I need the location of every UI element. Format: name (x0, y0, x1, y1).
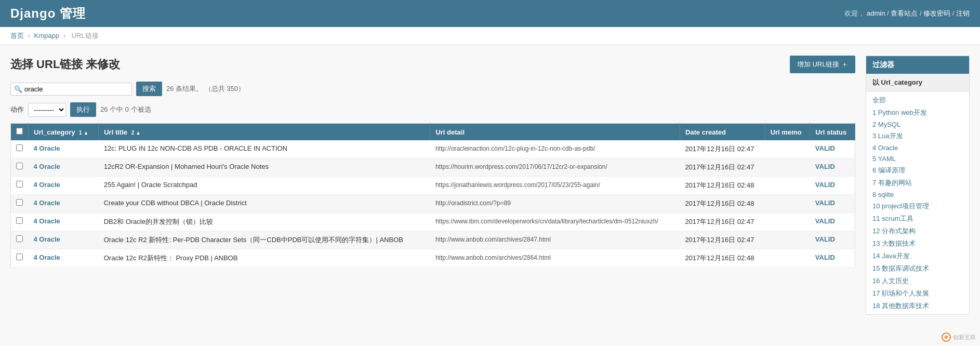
filter-link[interactable]: 18 其他数据库技术 (872, 302, 929, 310)
filter-list-item: 17 职场和个人发展 (866, 287, 969, 300)
filter-link[interactable]: 8 sqlite (872, 191, 894, 198)
url-detail-link[interactable]: http://www.anbob.com/archives/2864.html (435, 254, 551, 261)
row-url-category: 4 Oracle (29, 195, 99, 213)
row-checkbox[interactable] (11, 177, 29, 195)
filter-link[interactable]: 7 有趣的网站 (872, 179, 912, 187)
url-category-link[interactable]: 4 Oracle (34, 144, 60, 152)
row-url-category: 4 Oracle (29, 213, 99, 231)
filter-list-item: 13 大数据技术 (866, 237, 969, 250)
status-badge: VALID (815, 144, 835, 152)
filter-link[interactable]: 13 大数据技术 (872, 239, 916, 247)
filter-link[interactable]: 16 人文历史 (872, 277, 909, 285)
filter-link[interactable]: 12 分布式架构 (872, 227, 916, 235)
row-url-memo (765, 140, 810, 158)
header-date-created[interactable]: Date created (680, 124, 765, 141)
table-row: 4 Oracle 255 Again! | Oracle Scratchpad … (11, 177, 855, 195)
filter-link[interactable]: 15 数据库调试技术 (872, 264, 929, 272)
row-select-checkbox[interactable] (16, 199, 23, 206)
row-checkbox[interactable] (11, 213, 29, 231)
header-url-detail[interactable]: Url detail (430, 124, 680, 141)
filter-subheader: 以 Url_category (866, 74, 969, 92)
header-checkbox[interactable] (11, 124, 29, 141)
filter-list-item: 12 分布式架构 (866, 225, 969, 237)
filter-list-item: 6 编译原理 (866, 164, 969, 177)
row-url-memo (765, 213, 810, 231)
url-detail-link[interactable]: http://oracleinaction.com/12c-plug-in-12… (435, 145, 595, 152)
filter-link[interactable]: 10 project项目管理 (872, 202, 929, 210)
select-all-checkbox[interactable] (16, 128, 23, 135)
row-select-checkbox[interactable] (16, 254, 23, 260)
filter-link[interactable]: 2 MySQL (872, 121, 900, 128)
url-category-link[interactable]: 4 Oracle (34, 217, 60, 225)
view-site-link[interactable]: 查看站点 (891, 9, 918, 17)
status-badge: VALID (815, 217, 835, 225)
filter-list-item: 16 人文历史 (866, 275, 969, 287)
breadcrumb-home[interactable]: 首页 (10, 32, 24, 39)
row-url-status: VALID (810, 249, 855, 268)
search-icon: 🔍 (14, 85, 22, 93)
filter-link[interactable]: 6 编译原理 (872, 166, 905, 174)
row-url-detail: https://www.ibm.com/developerworks/cn/da… (430, 213, 680, 231)
row-select-checkbox[interactable] (16, 217, 23, 224)
search-button[interactable]: 搜索 (136, 82, 162, 96)
table-row: 4 Oracle 12cR2 OR-Expansion | Mohamed Ho… (11, 158, 855, 177)
admin-link[interactable]: admin (867, 9, 885, 17)
filter-link[interactable]: 4 Oracle (872, 144, 898, 152)
add-url-button[interactable]: 增加 URL链接 ＋ (790, 56, 855, 73)
filter-list-item: 3 Lua开发 (866, 130, 969, 142)
filter-link[interactable]: 5 YAML (872, 155, 896, 163)
url-detail-link[interactable]: https://www.ibm.com/developerworks/cn/da… (435, 218, 658, 225)
row-url-memo (765, 158, 810, 177)
url-category-link[interactable]: 4 Oracle (34, 181, 60, 189)
row-select-checkbox[interactable] (16, 163, 23, 169)
welcome-text: 欢迎， (844, 9, 865, 17)
url-detail-link[interactable]: https://jonathanlewis.wordpress.com/2017… (435, 181, 600, 189)
url-detail-link[interactable]: https://hourim.wordpress.com/2017/06/17/… (435, 163, 607, 170)
header-url-title[interactable]: Url title 2 ▲ (99, 124, 430, 141)
header-url-category[interactable]: Url_category 1 ▲ (29, 124, 99, 141)
row-checkbox[interactable] (11, 140, 29, 158)
filter-link[interactable]: 1 Python web开发 (872, 109, 927, 116)
row-url-title: 12c: PLUG IN 12c NON-CDB AS PDB - ORACLE… (99, 140, 430, 158)
url-category-link[interactable]: 4 Oracle (34, 163, 60, 170)
row-checkbox[interactable] (11, 158, 29, 177)
filter-link[interactable]: 3 Lua开发 (872, 132, 903, 140)
search-bar: 🔍 搜索 26 条结果。 （总共 350） (10, 82, 855, 96)
filter-link[interactable]: 全部 (872, 96, 886, 104)
row-checkbox[interactable] (11, 195, 29, 213)
change-password-link[interactable]: 修改密码 (923, 9, 950, 17)
url-category-link[interactable]: 4 Oracle (34, 254, 60, 261)
user-info: 欢迎， admin / 查看站点 / 修改密码 / 注销 (844, 9, 970, 18)
row-url-category: 4 Oracle (29, 231, 99, 249)
breadcrumb-current: URL链接 (72, 32, 99, 39)
row-select-checkbox[interactable] (16, 235, 23, 242)
table-row: 4 Oracle Oracle 12c R2 新特性: Per-PDB Char… (11, 231, 855, 249)
action-select[interactable]: --------- (28, 103, 66, 117)
filter-link[interactable]: 11 scrum工具 (872, 215, 913, 222)
header-url-status[interactable]: Url status (810, 124, 855, 141)
table-row: 4 Oracle Create your CDB without DBCA | … (11, 195, 855, 213)
breadcrumb-sep1: › (28, 32, 32, 39)
filter-link[interactable]: 17 职场和个人发展 (872, 289, 929, 297)
url-detail-link[interactable]: http://oradistrict.com/?p=89 (435, 199, 511, 207)
execute-button[interactable]: 执行 (70, 102, 96, 117)
breadcrumb: 首页 › Kmpapp › URL链接 (0, 27, 980, 45)
row-date-created: 2017年12月16日 02:48 (680, 249, 765, 268)
filter-list-item: 7 有趣的网站 (866, 177, 969, 189)
url-detail-link[interactable]: http://www.anbob.com/archives/2847.html (435, 236, 551, 243)
filter-link[interactable]: 14 Java开发 (872, 252, 910, 260)
row-select-checkbox[interactable] (16, 144, 23, 151)
status-badge: VALID (815, 181, 835, 189)
search-input[interactable] (24, 85, 128, 93)
table-header: Url_category 1 ▲ Url title 2 ▲ Url detai… (11, 124, 855, 141)
breadcrumb-app[interactable]: Kmpapp (34, 32, 59, 39)
filter-list-item: 全部 (866, 94, 969, 107)
row-select-checkbox[interactable] (16, 181, 23, 188)
header-url-memo[interactable]: Url memo (765, 124, 810, 141)
logout-link[interactable]: 注销 (956, 9, 970, 17)
row-checkbox[interactable] (11, 231, 29, 249)
row-checkbox[interactable] (11, 249, 29, 268)
url-category-link[interactable]: 4 Oracle (34, 235, 60, 243)
url-category-link[interactable]: 4 Oracle (34, 199, 60, 207)
selection-info: 26 个中 0 个被选 (100, 105, 151, 114)
